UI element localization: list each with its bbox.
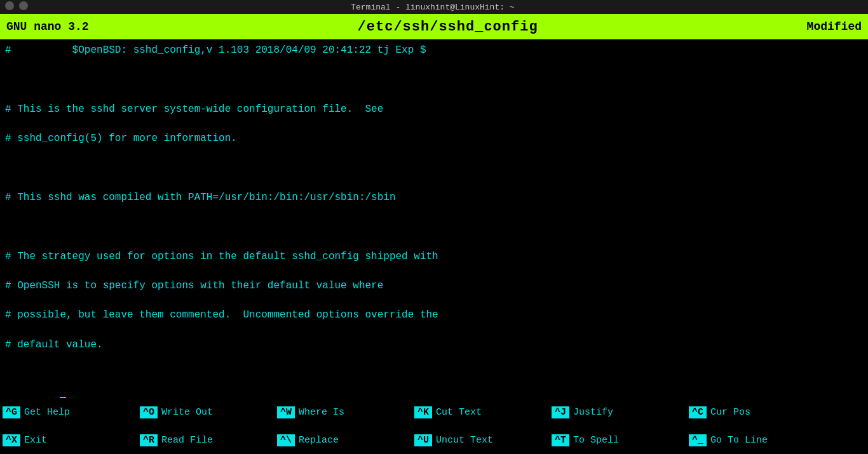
menu-key: ^_ [689,434,707,446]
menu-label: Uncut Text [436,435,493,446]
menu-label: Go To Line [710,435,768,446]
editor-line: # $OpenBSD: sshd_config,v 1.103 2018/04/… [5,43,863,58]
editor-line: # The strategy used for options in the d… [5,250,863,264]
title-bar-text: Terminal - linuxhint@LinuxHint: ~ [28,3,837,12]
editor-area[interactable]: # $OpenBSD: sshd_config,v 1.103 2018/04/… [0,39,868,398]
menu-key: ^R [140,434,158,446]
wm-btn-2[interactable] [19,1,28,10]
editor-line: # default value. [5,338,863,352]
menu-key: ^\ [277,434,295,446]
menu-label: Cut Text [436,407,482,418]
menu-key: ^O [140,406,158,418]
menu-key: ^K [414,406,432,418]
menu-item[interactable]: ^RRead File [137,426,275,454]
menu-key: ^W [277,406,295,418]
menu-item[interactable]: ^OWrite Out [137,398,275,426]
menu-label: Write Out [161,407,213,418]
wm-btn-1[interactable] [5,1,14,10]
menu-label: To Spell [573,435,619,446]
menu-label: Where Is [299,407,344,418]
menu-item[interactable]: ^JJustify [549,398,686,426]
menu-key: ^T [552,434,569,446]
nano-modified: Modified [807,20,862,33]
menu-item[interactable]: ^TTo Spell [549,426,686,454]
menu-key: ^G [3,406,20,418]
menu-key: ^U [414,434,432,446]
nano-filename: /etc/ssh/sshd_config [358,19,538,35]
editor-line: # possible, but leave them commented. Un… [5,308,863,323]
editor-line [5,161,863,176]
menu-item[interactable]: ^\Replace [275,426,412,454]
menu-bar: ^GGet Help^OWrite Out^WWhere Is^KCut Tex… [0,398,868,454]
menu-label: Exit [24,435,47,446]
title-bar: Terminal - linuxhint@LinuxHint: ~ [0,0,868,14]
menu-label: Justify [573,407,613,418]
menu-key: ^J [552,406,569,418]
editor-line: # This is the sshd server system-wide co… [5,102,863,117]
menu-item[interactable]: ^CCur Pos [686,398,824,426]
nano-header: GNU nano 3.2 /etc/ssh/sshd_config Modifi… [0,14,868,39]
menu-item[interactable]: ^KCut Text [412,398,549,426]
menu-item[interactable]: ^GGet Help [0,398,137,426]
menu-label: Cur Pos [710,407,750,418]
wm-controls [5,1,28,13]
menu-label: Read File [161,435,213,446]
menu-label: Replace [299,435,339,446]
menu-item[interactable]: ^_Go To Line [686,426,824,454]
editor-line: # This sshd was compiled with PATH=/usr/… [5,190,863,205]
editor-line: # sshd_config(5) for more information. [5,131,863,146]
menu-item[interactable]: ^WWhere Is [275,398,412,426]
menu-label: Get Help [24,407,70,418]
editor-line: # OpenSSH is to specify options with the… [5,279,863,293]
editor-line [5,72,863,87]
menu-item[interactable]: ^UUncut Text [412,426,549,454]
menu-key: ^C [689,406,707,418]
editor-line [5,367,863,382]
nano-version: GNU nano 3.2 [6,20,89,33]
editor-line [5,220,863,234]
menu-item[interactable]: ^XExit [0,426,137,454]
menu-key: ^X [3,434,20,446]
